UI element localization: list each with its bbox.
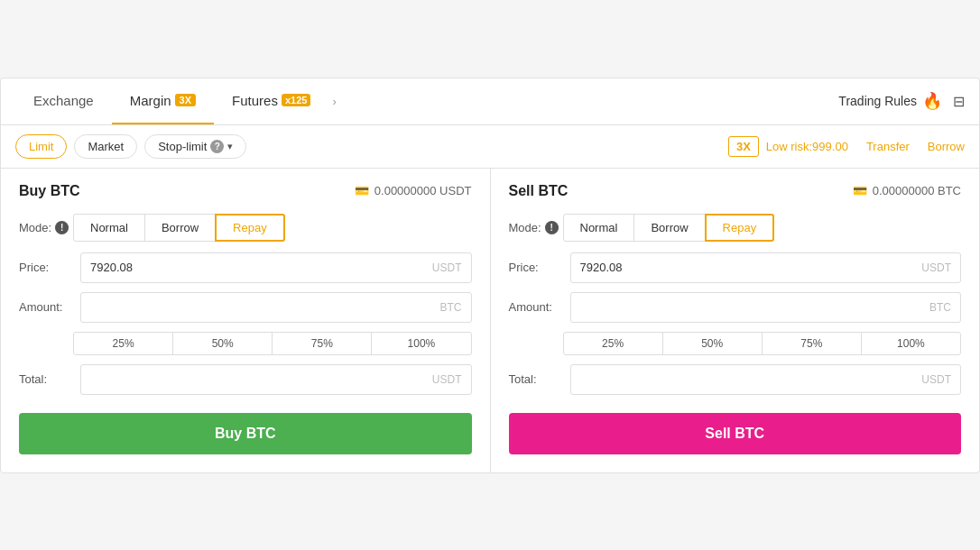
sell-balance: 0.00000000 BTC [873,184,961,197]
buy-price-unit: USDT [432,261,462,274]
sell-mode-repay[interactable]: Repay [705,214,775,242]
sell-panel: Sell BTC 💳 0.00000000 BTC Mode: ! Normal… [491,169,980,472]
sell-mode-label: Mode: ! [509,221,563,234]
buy-amount-unit: BTC [440,301,462,314]
sell-panel-header: Sell BTC 💳 0.00000000 BTC [509,183,962,199]
buy-total-unit: USDT [432,373,462,386]
risk-text: Low risk:999.00 [766,140,848,153]
sell-price-label: Price: [509,261,563,274]
buy-price-input[interactable]: 7920.08 USDT [80,252,472,283]
buy-submit-button[interactable]: Buy BTC [19,413,472,454]
borrow-link[interactable]: Borrow [928,140,965,153]
stop-limit-button[interactable]: Stop-limit ? ▾ [144,134,246,159]
sell-pct-25[interactable]: 25% [563,332,663,355]
sell-total-row: Total: USDT [509,364,962,395]
buy-total-row: Total: USDT [19,364,472,395]
sell-pct-100[interactable]: 100% [861,332,961,355]
tab-futures[interactable]: Futures x125 [214,78,328,124]
buy-amount-row: Amount: BTC [19,292,472,323]
futures-badge: x125 [282,94,310,106]
buy-pct-25[interactable]: 25% [73,332,173,355]
leverage-badge[interactable]: 3X [728,136,759,157]
buy-panel: Buy BTC 💳 0.00000000 USDT Mode: ! Normal… [1,169,491,472]
buy-mode-buttons: Normal Borrow Repay [73,214,472,242]
buy-pct-50[interactable]: 50% [172,332,273,355]
buy-mode-normal[interactable]: Normal [73,214,145,242]
sell-total-unit: USDT [921,373,951,386]
buy-total-label: Total: [19,372,73,386]
buy-pct-100[interactable]: 100% [371,332,471,355]
sell-mode-normal[interactable]: Normal [563,214,635,242]
sell-total-input[interactable]: USDT [570,364,962,395]
buy-mode-borrow[interactable]: Borrow [144,214,216,242]
sell-submit-button[interactable]: Sell BTC [509,413,962,454]
buy-total-input[interactable]: USDT [80,364,472,395]
sell-wallet-icon: 💳 [853,184,867,197]
sell-total-label: Total: [509,372,563,386]
sell-price-input[interactable]: 7920.08 USDT [570,252,962,283]
top-nav: Exchange Margin 3X Futures x125 › Tradin… [1,78,979,125]
sell-mode-buttons: Normal Borrow Repay [563,214,962,242]
buy-mode-info-icon[interactable]: ! [55,221,69,234]
buy-amount-input[interactable]: BTC [80,292,472,323]
order-type-bar: Limit Market Stop-limit ? ▾ 3X Low risk:… [1,125,979,169]
sell-pct-50[interactable]: 50% [662,332,763,355]
trading-rules-link[interactable]: Trading Rules 🔥 [838,91,942,111]
sell-amount-row: Amount: BTC [509,292,962,323]
trading-panels: Buy BTC 💳 0.00000000 USDT Mode: ! Normal… [1,169,979,472]
sell-amount-unit: BTC [929,301,951,314]
sell-pct-row: 25% 50% 75% 100% [563,332,962,355]
buy-wallet-info: 💳 0.00000000 USDT [355,184,472,197]
buy-mode-repay[interactable]: Repay [215,214,285,242]
sell-price-row: Price: 7920.08 USDT [509,252,962,283]
buy-price-label: Price: [19,261,73,274]
buy-amount-label: Amount: [19,300,73,314]
stop-limit-dropdown-arrow[interactable]: ▾ [227,141,233,152]
sell-pct-75[interactable]: 75% [762,332,862,355]
buy-price-value: 7920.08 [90,261,432,274]
limit-button[interactable]: Limit [15,134,67,159]
sell-wallet-info: 💳 0.00000000 BTC [853,184,961,197]
market-button[interactable]: Market [74,134,137,159]
buy-mode-label: Mode: ! [19,221,73,234]
buy-panel-title: Buy BTC [19,183,80,199]
sell-amount-label: Amount: [509,300,563,314]
buy-wallet-icon: 💳 [355,184,369,197]
tab-margin[interactable]: Margin 3X [112,78,214,124]
tab-exchange[interactable]: Exchange [15,78,112,124]
sell-mode-borrow[interactable]: Borrow [633,214,705,242]
sell-price-unit: USDT [921,261,951,274]
buy-mode-row: Mode: ! Normal Borrow Repay [19,214,472,242]
sell-price-value: 7920.08 [580,261,922,274]
margin-badge: 3X [175,94,196,106]
sell-mode-row: Mode: ! Normal Borrow Repay [509,214,962,242]
calculator-icon[interactable]: ⊟ [953,93,965,110]
buy-panel-header: Buy BTC 💳 0.00000000 USDT [19,183,472,199]
sell-submit-section: Sell BTC [509,413,962,454]
buy-price-row: Price: 7920.08 USDT [19,252,472,283]
stop-limit-help-icon[interactable]: ? [210,140,224,153]
buy-pct-row: 25% 50% 75% 100% [73,332,472,355]
nav-more-chevron[interactable]: › [332,95,336,108]
sell-mode-info-icon[interactable]: ! [545,221,559,234]
buy-pct-75[interactable]: 75% [272,332,372,355]
sell-amount-input[interactable]: BTC [570,292,962,323]
buy-balance: 0.00000000 USDT [374,184,472,197]
main-container: Exchange Margin 3X Futures x125 › Tradin… [0,78,980,473]
fire-icon: 🔥 [922,91,942,111]
sell-panel-title: Sell BTC [509,183,569,199]
buy-submit-section: Buy BTC [19,413,472,454]
transfer-link[interactable]: Transfer [866,140,910,153]
